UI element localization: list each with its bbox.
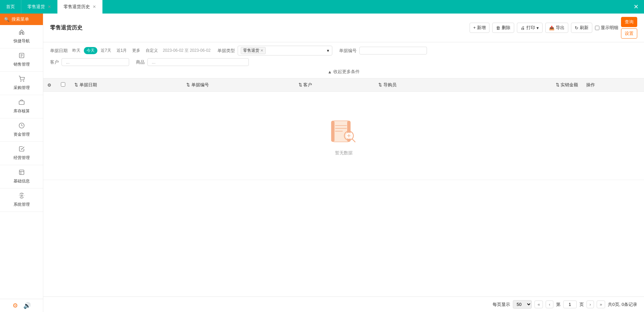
tab-retail-return[interactable]: 零售退货 ✕ bbox=[21, 0, 57, 14]
prev-page-btn[interactable]: ‹ bbox=[546, 300, 553, 308]
col-date-label: ⇅ 单据日期 bbox=[74, 82, 97, 87]
shortcut-7days[interactable]: 近7天 bbox=[99, 47, 113, 54]
col-date[interactable]: ⇅ 单据日期 bbox=[70, 79, 182, 92]
close-tab-retail-return[interactable]: ✕ bbox=[48, 4, 51, 9]
shortcut-yesterday[interactable]: 昨天 bbox=[70, 47, 82, 54]
settings-bottom-icon[interactable]: ⚙ bbox=[13, 302, 18, 309]
page-header: 零售退货历史 + 新增 🗑 删除 🖨 打印 ▾ 📤 导出 bbox=[43, 14, 644, 42]
number-filter-label: 单据编号 bbox=[339, 48, 357, 54]
col-number-label: ⇅ 单据编号 bbox=[186, 82, 209, 87]
goods-input[interactable]: ... bbox=[147, 58, 249, 66]
filter-area: 单据日期 昨天 今天 近7天 近1月 更多 自定义 2023-06-02 至 2… bbox=[43, 42, 644, 79]
sidebar-item-finance[interactable]: 资金管理 bbox=[0, 118, 43, 142]
svg-rect-5 bbox=[19, 170, 24, 175]
type-tag-remove[interactable]: ✕ bbox=[260, 48, 263, 53]
print-btn-label: 打印 bbox=[526, 25, 535, 31]
print-chevron: ▾ bbox=[536, 25, 539, 30]
type-select-value-wrapper: 零售退货 ✕ bbox=[241, 47, 266, 54]
per-page-select[interactable]: 20 50 100 bbox=[513, 300, 532, 309]
type-filter-label: 单据类型 bbox=[217, 48, 235, 54]
col-guide[interactable]: ⇅ 导购员 bbox=[374, 79, 470, 92]
tab-home[interactable]: 首页 bbox=[0, 0, 21, 14]
customer-ellipsis[interactable]: ... bbox=[65, 60, 71, 65]
data-table: ⚙ ⇅ 单据日期 ⇅ 单据编号 ⇅ 客户 bbox=[43, 79, 644, 180]
goods-filter: 商品 ... bbox=[136, 58, 249, 66]
col-customer[interactable]: ⇅ 客户 bbox=[294, 79, 374, 92]
collapse-btn[interactable]: ▲ 收起更多条件 bbox=[328, 69, 360, 75]
type-select[interactable]: 零售退货 ✕ ▾ bbox=[238, 46, 332, 55]
sidebar-item-label: 库存核算 bbox=[14, 108, 30, 114]
col-amount-label: ⇅ 实销金额 bbox=[556, 82, 578, 87]
page-total-label: 页 bbox=[579, 302, 584, 308]
svg-point-1 bbox=[21, 81, 21, 82]
display-detail-toggle[interactable]: 显示明细 bbox=[595, 25, 618, 31]
setting-btn[interactable]: 设置 bbox=[621, 28, 637, 39]
query-btn[interactable]: 查询 bbox=[621, 17, 637, 27]
shortcut-1month[interactable]: 近1月 bbox=[115, 47, 129, 54]
pagination-bar: 每页显示 20 50 100 « ‹ 第 页 › » 共0页, 0条记录 bbox=[43, 296, 644, 312]
svg-line-15 bbox=[352, 139, 355, 142]
date-filter: 单据日期 昨天 今天 近7天 近1月 更多 自定义 2023-06-02 至 2… bbox=[50, 47, 211, 54]
sidebar-item-base-info[interactable]: 基础信息 bbox=[0, 165, 43, 188]
first-page-icon: « bbox=[538, 302, 540, 307]
shortcut-more[interactable]: 更多 bbox=[130, 47, 142, 54]
collapse-up-icon: ▲ bbox=[328, 69, 332, 74]
prev-page-icon: ‹ bbox=[549, 302, 550, 307]
delete-btn[interactable]: 🗑 删除 bbox=[492, 23, 514, 33]
table-area: ⚙ ⇅ 单据日期 ⇅ 单据编号 ⇅ 客户 bbox=[43, 79, 644, 296]
sidebar-item-operation[interactable]: 经营管理 bbox=[0, 142, 43, 165]
main-content: 零售退货历史 + 新增 🗑 删除 🖨 打印 ▾ 📤 导出 bbox=[43, 14, 644, 312]
col-amount[interactable]: ⇅ 实销金额 bbox=[470, 79, 582, 92]
empty-state-cell: 暂无数据 bbox=[43, 92, 644, 180]
sidebar-item-system[interactable]: 系统管理 bbox=[0, 188, 43, 212]
last-page-btn[interactable]: » bbox=[597, 300, 605, 308]
close-tab-retail-return-history[interactable]: ✕ bbox=[93, 4, 96, 9]
col-settings[interactable]: ⚙ bbox=[43, 79, 57, 92]
new-btn[interactable]: + 新增 bbox=[470, 23, 490, 33]
customer-input[interactable]: ... bbox=[62, 58, 129, 66]
page-input[interactable] bbox=[563, 300, 577, 308]
window-close-btn[interactable]: ✕ bbox=[628, 3, 644, 10]
sidebar-item-quick-nav[interactable]: 快捷导航 bbox=[0, 25, 43, 48]
layout: 🔍 搜索菜单 快捷导航 销售管理 采购管理 库存核算 bbox=[0, 14, 644, 312]
sidebar-item-purchase[interactable]: 采购管理 bbox=[0, 72, 43, 95]
next-page-icon: › bbox=[590, 302, 591, 307]
sidebar-item-label: 经营管理 bbox=[14, 155, 30, 161]
sidebar-item-sales[interactable]: 销售管理 bbox=[0, 48, 43, 72]
tab-retail-return-history[interactable]: 零售退货历史 ✕ bbox=[57, 0, 102, 14]
col-number[interactable]: ⇅ 单据编号 bbox=[182, 79, 294, 92]
number-input[interactable] bbox=[359, 47, 427, 54]
query-btn-label: 查询 bbox=[625, 19, 634, 25]
shortcut-custom[interactable]: 自定义 bbox=[144, 47, 160, 54]
home-icon bbox=[19, 29, 25, 37]
empty-illustration bbox=[327, 115, 361, 146]
next-page-btn[interactable]: › bbox=[587, 300, 594, 308]
customer-filter-label: 客户 bbox=[50, 59, 59, 65]
new-btn-label: + 新增 bbox=[473, 25, 486, 31]
sidebar-item-stock[interactable]: 库存核算 bbox=[0, 95, 43, 118]
filter-row-1: 单据日期 昨天 今天 近7天 近1月 更多 自定义 2023-06-02 至 2… bbox=[50, 46, 637, 55]
settings-icon[interactable]: ⚙ bbox=[47, 83, 51, 88]
sidebar: 🔍 搜索菜单 快捷导航 销售管理 采购管理 库存核算 bbox=[0, 14, 43, 312]
table-head: ⚙ ⇅ 单据日期 ⇅ 单据编号 ⇅ 客户 bbox=[43, 79, 644, 92]
search-icon: 🔍 bbox=[4, 17, 9, 22]
collapse-btn-label: 收起更多条件 bbox=[333, 69, 360, 75]
shortcut-today[interactable]: 今天 bbox=[84, 47, 97, 54]
per-page-label: 每页显示 bbox=[493, 302, 510, 308]
first-page-btn[interactable]: « bbox=[534, 300, 543, 308]
toolbar: + 新增 🗑 删除 🖨 打印 ▾ 📤 导出 ↻ 刷新 bbox=[470, 17, 637, 39]
refresh-btn[interactable]: ↻ 刷新 bbox=[571, 23, 592, 33]
volume-bottom-icon[interactable]: 🔊 bbox=[23, 302, 31, 309]
export-btn-label: 导出 bbox=[556, 25, 565, 31]
display-detail-checkbox[interactable] bbox=[595, 26, 599, 30]
sidebar-search[interactable]: 🔍 搜索菜单 bbox=[0, 14, 43, 25]
table-body: 暂无数据 bbox=[43, 92, 644, 180]
export-btn[interactable]: 📤 导出 bbox=[545, 23, 568, 33]
sales-icon bbox=[19, 52, 25, 60]
purchase-icon bbox=[19, 76, 25, 84]
col-checkbox[interactable] bbox=[57, 79, 70, 92]
col-action-label: 操作 bbox=[586, 82, 595, 87]
goods-ellipsis[interactable]: ... bbox=[150, 60, 157, 65]
select-all-checkbox[interactable] bbox=[61, 82, 65, 87]
print-btn[interactable]: 🖨 打印 ▾ bbox=[517, 23, 543, 33]
